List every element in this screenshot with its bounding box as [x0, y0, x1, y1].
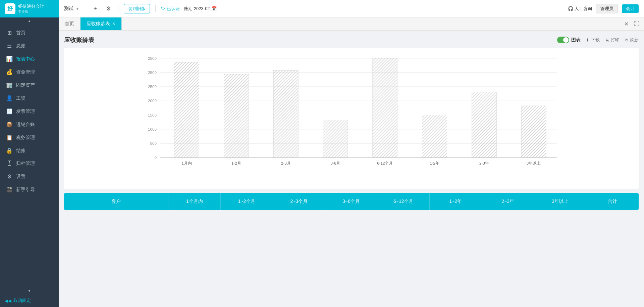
- cancel-fixed-btn[interactable]: ◀◀ 取消固定: [0, 294, 59, 307]
- consult-btn[interactable]: 🎧 人工咨询: [568, 6, 592, 12]
- expand-tab-btn[interactable]: ⛶: [633, 20, 641, 28]
- sidebar-item-label: 设置: [16, 174, 25, 180]
- switch-old-version-btn[interactable]: 切到旧版: [124, 4, 150, 13]
- chart-wrapper: 2500 2500 2500 2000 1500 1000 500 0: [74, 55, 629, 182]
- topbar-right: 🎧 人工咨询 管理员 会计: [568, 4, 639, 13]
- chart-label: 图表: [571, 37, 581, 43]
- logo-text: 畅捷通好会计 专业版: [18, 4, 44, 14]
- bar-1-2月: [224, 74, 249, 158]
- sidebar-item-label: 进销台账: [16, 122, 35, 128]
- sidebar-item-funds[interactable]: 💰 资金管理: [0, 65, 59, 79]
- chart-toggle[interactable]: 图表: [557, 37, 581, 43]
- svg-text:3-6月: 3-6月: [331, 161, 340, 165]
- tab-label: 应收账龄表: [87, 21, 110, 27]
- main-area: 测试 ▼ ＋ ⚙ 切到旧版 🛡 已认证 账期 2023-02 📅 🎧 人工咨询 …: [59, 0, 644, 307]
- sidebar-item-closing[interactable]: 🔒 结账: [0, 144, 59, 157]
- headset-icon: 🎧: [568, 6, 573, 11]
- settings-icon: ⚙: [6, 173, 13, 180]
- refresh-btn[interactable]: ↻ 刷新: [625, 37, 639, 43]
- calendar-icon[interactable]: 📅: [211, 6, 217, 11]
- app-name: 畅捷通好会计: [18, 4, 44, 9]
- bar-1月内: [174, 62, 199, 158]
- sidebar-item-label: 固定资产: [16, 82, 35, 88]
- tab-close-icon[interactable]: ✕: [112, 21, 115, 26]
- svg-text:1月内: 1月内: [181, 161, 192, 165]
- svg-text:3年以上: 3年以上: [527, 161, 541, 165]
- tax-icon: 📋: [6, 134, 13, 141]
- topbar: 测试 ▼ ＋ ⚙ 切到旧版 🛡 已认证 账期 2023-02 📅 🎧 人工咨询 …: [59, 0, 644, 17]
- svg-text:2000: 2000: [148, 98, 157, 103]
- sidebar-item-home[interactable]: ⊞ 首页: [0, 26, 59, 39]
- tab-label: 首页: [65, 21, 74, 27]
- close-tab-btn[interactable]: ✕: [623, 20, 630, 28]
- inventory-icon: 📦: [6, 121, 13, 128]
- period-info: 账期 2023-02 📅: [184, 6, 217, 12]
- role-btn[interactable]: 会计: [622, 4, 639, 13]
- toggle-track[interactable]: [557, 37, 569, 43]
- download-icon: ⬇: [586, 38, 590, 43]
- table-container: 客户 1个月内 1~2个月 2~3个月 3~6个月 6~12个月 1~2年 2~…: [64, 193, 639, 210]
- col-6-12month: 6~12个月: [377, 193, 430, 210]
- consult-label: 人工咨询: [575, 6, 592, 12]
- sidebar-logo: 好 畅捷通好会计 专业版: [0, 0, 59, 17]
- sidebar: 好 畅捷通好会计 专业版 ▲ ⊞ 首页 ☰ 总账 📊 报表中心 💰 资金管理 🏢…: [0, 0, 59, 307]
- sidebar-item-assets[interactable]: 🏢 固定资产: [0, 79, 59, 92]
- sidebar-item-label: 结账: [16, 148, 25, 154]
- col-3-6month: 3~6个月: [325, 193, 378, 210]
- chart-container: 2500 2500 2500 2000 1500 1000 500 0: [64, 48, 639, 189]
- sidebar-item-payroll[interactable]: 👤 工资: [0, 92, 59, 105]
- scroll-up-btn[interactable]: ▲: [0, 17, 59, 24]
- sidebar-item-tax[interactable]: 📋 税务管理: [0, 131, 59, 144]
- user-btn[interactable]: 管理员: [596, 4, 618, 13]
- archive-icon: 🗄: [6, 161, 13, 167]
- tab-aging-report[interactable]: 应收账龄表 ✕: [80, 17, 122, 30]
- sidebar-item-label: 资金管理: [16, 69, 35, 75]
- report-header: 应收账龄表 图表 ⬇ 下载 🖨 打印: [64, 36, 639, 44]
- add-btn[interactable]: ＋: [91, 4, 100, 13]
- col-customer: 客户: [64, 193, 168, 210]
- sidebar-item-label: 税务管理: [16, 135, 35, 141]
- sidebar-item-reports[interactable]: 📊 报表中心: [0, 52, 59, 65]
- sidebar-item-ledger[interactable]: ☰ 总账: [0, 39, 59, 52]
- tab-home[interactable]: 首页: [59, 17, 80, 30]
- topbar-divider-2: [118, 5, 118, 12]
- period-label: 账期: [184, 6, 193, 12]
- col-3year-plus: 3年以上: [534, 193, 587, 210]
- workspace-name: 测试: [64, 6, 73, 12]
- workspace-selector[interactable]: 测试 ▼: [64, 6, 79, 12]
- sidebar-item-inventory[interactable]: 📦 进销台账: [0, 118, 59, 131]
- sidebar-item-label: 总账: [16, 43, 25, 49]
- shield-icon: 🛡: [161, 6, 165, 11]
- col-1-2month: 1~2个月: [221, 193, 273, 210]
- period-value: 2023-02: [194, 6, 210, 11]
- svg-text:0: 0: [154, 155, 156, 160]
- scroll-down-btn[interactable]: ▼: [0, 287, 59, 294]
- sidebar-item-invoice[interactable]: 🧾 发票管理: [0, 105, 59, 118]
- svg-text:2500: 2500: [148, 56, 157, 60]
- svg-text:1500: 1500: [148, 113, 157, 117]
- report-title: 应收账龄表: [64, 36, 94, 44]
- assets-icon: 🏢: [6, 82, 13, 88]
- bar-2-3月: [273, 70, 298, 158]
- sidebar-item-label: 归档管理: [16, 161, 35, 167]
- sidebar-item-settings[interactable]: ⚙ 设置: [0, 170, 59, 183]
- page-content: 应收账龄表 图表 ⬇ 下载 🖨 打印: [59, 31, 644, 307]
- reports-icon: 📊: [6, 56, 13, 62]
- print-label: 打印: [611, 37, 620, 43]
- invoice-icon: 🧾: [6, 108, 13, 115]
- logo-icon: 好: [5, 3, 15, 14]
- download-btn[interactable]: ⬇ 下载: [586, 37, 600, 43]
- col-2-3month: 2~3个月: [273, 193, 325, 210]
- bar-3-6月: [323, 120, 348, 158]
- bar-1-2年: [422, 115, 447, 158]
- workspace-chevron-icon: ▼: [75, 6, 79, 11]
- bar-6-12个月: [373, 58, 397, 158]
- sidebar-item-label: 新手引导: [16, 187, 35, 193]
- print-btn[interactable]: 🖨 打印: [605, 37, 620, 43]
- sidebar-item-tutorial[interactable]: 🎬 新手引导: [0, 183, 59, 196]
- col-total: 合计: [586, 193, 639, 210]
- pin-icon: ◀◀: [5, 298, 11, 303]
- sidebar-item-archive[interactable]: 🗄 归档管理: [0, 157, 59, 170]
- settings-btn[interactable]: ⚙: [104, 4, 113, 13]
- refresh-label: 刷新: [630, 37, 639, 43]
